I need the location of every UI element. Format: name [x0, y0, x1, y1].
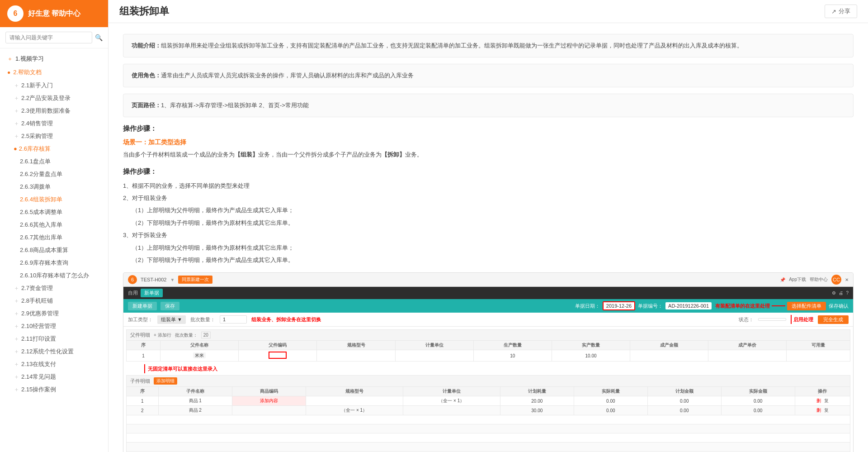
search-button[interactable]: 🔍	[95, 34, 103, 41]
sidebar-item-costrecalc[interactable]: 2.6.8商品成本重算	[0, 244, 108, 257]
share-button[interactable]: ↗ 分享	[825, 5, 857, 18]
sidebar-item-settings[interactable]: ＋2.12系统个性化设置	[0, 345, 108, 358]
lcol-seq: 序	[127, 387, 159, 396]
path-text: 1、库存核算->库存管理->组装拆卸单 2、首页->常用功能	[161, 102, 309, 109]
nav-item-newdoc: 新单据	[141, 289, 163, 297]
sidebar-item-inventory[interactable]: ●2.6库存核算	[0, 143, 108, 155]
col-unit: 计量单位	[395, 341, 473, 350]
sidebar-item-stockledger[interactable]: 2.6.9库存账本查询	[0, 257, 108, 269]
btn-confirm[interactable]: 保存确认	[829, 303, 849, 309]
lower-table-empty-row	[127, 433, 850, 442]
ops-title: 操作步骤：	[123, 124, 854, 133]
step3: 3、对于拆装业务	[123, 230, 854, 240]
sidebar-item-inbound[interactable]: 2.6.6其他入库单	[0, 219, 108, 231]
intro-text: 组装拆卸单用来处理企业组装或拆卸等加工业务，支持有固定装配清单的产品加工业务，也…	[161, 42, 743, 49]
sidebar-item-cases[interactable]: ＋2.15操作案例	[0, 383, 108, 396]
nav-item-print: 🖨	[839, 290, 843, 295]
lower-table-title: 子件明细	[130, 378, 150, 385]
btn-confirm2[interactable]: 完全生成	[818, 315, 849, 324]
app-icon1: 📌	[780, 277, 785, 282]
sidebar-item-costadj[interactable]: 2.6.5成本调整单	[0, 206, 108, 219]
plus-icon: ＋	[14, 335, 19, 342]
del-row-btn2[interactable]: 删	[816, 408, 821, 413]
sidebar-item-partialstock[interactable]: 2.6.2分量盘点单	[0, 168, 108, 181]
role-label: 使用角色：	[132, 72, 161, 79]
search-box: 🔍	[0, 27, 108, 48]
sidebar-item-assembly[interactable]: 2.6.4组装拆卸单	[0, 193, 108, 206]
sidebar-item-faq[interactable]: ＋2.14常见问题	[0, 371, 108, 383]
form-qty-value: 1	[220, 315, 247, 324]
sidebar-header: 6 好生意 帮助中心	[0, 0, 108, 27]
btn-save[interactable]: 保存	[160, 302, 179, 310]
lcol-plan-amount: 计划金额	[647, 387, 721, 396]
add-row-btn[interactable]: + 添加行	[154, 332, 171, 338]
col-actual-qty: 实产数量	[552, 341, 630, 350]
sidebar-item-outbound[interactable]: 2.6.7其他出库单	[0, 231, 108, 244]
upper-table-qty-val: 20	[201, 332, 211, 338]
sidebar-item-newuser[interactable]: ＋2.1新手入门	[0, 79, 108, 92]
add-child-btn[interactable]: 添加明细	[154, 377, 177, 385]
sidebar-item-transfer[interactable]: 2.6.3调拨单	[0, 181, 108, 193]
copy-row-btn[interactable]: 复	[824, 398, 829, 403]
nav-item-settings: ⚙	[832, 290, 836, 295]
lcol-actual-qty: 实际耗量	[574, 387, 647, 396]
cell-avail	[787, 350, 850, 362]
lcol-spec: 规格型号	[306, 387, 403, 396]
col-parent-code: 父件编码	[239, 341, 317, 350]
path-label: 页面路径：	[132, 102, 161, 109]
sidebar: 6 好生意 帮助中心 🔍 ＋ 1.视频学习 ● 2.帮助文档 ＋2.1新手入门 …	[0, 0, 108, 452]
logo-text: 好生意 帮助中心	[28, 9, 80, 19]
plus-icon: ＋	[14, 95, 19, 101]
del-row-btn[interactable]: 删	[816, 398, 821, 403]
copy-row-btn2[interactable]: 复	[824, 408, 829, 413]
cell-unit	[395, 350, 473, 362]
lcol-ops: 操作	[795, 387, 850, 396]
plus-icon: ＋	[14, 285, 19, 291]
intro-label: 功能介绍：	[132, 42, 161, 49]
search-input[interactable]	[5, 32, 92, 43]
close-icon: ✕	[845, 277, 849, 282]
sidebar-item-ops[interactable]: ＋2.10经营管理	[0, 320, 108, 333]
cell-prod-qty: 10	[473, 350, 552, 362]
sidebar-group-label: 1.视频学习	[15, 55, 44, 63]
app-subtitle: ▼	[170, 277, 175, 282]
sidebar-item-print[interactable]: ＋2.11打印设置	[0, 333, 108, 345]
lcol-item-code: 商品编码	[232, 387, 306, 396]
path-block: 页面路径：1、库存核算->库存管理->组装拆卸单 2、首页->常用功能	[123, 94, 854, 117]
sidebar-item-video[interactable]: ＋ 1.视频学习	[0, 52, 108, 66]
sidebar-group-label: 2.帮助文档	[13, 68, 42, 76]
tables-area: 父件明细 + 添加行 批次数量： 20 序 父件名称 父件编码 规格型号	[123, 327, 853, 452]
sidebar-item-helpdoc[interactable]: ● 2.帮助文档	[0, 66, 108, 79]
sidebar-item-dataprep[interactable]: ＋2.3使用前数据准备	[0, 105, 108, 117]
scene-title: 场景一：加工类型选择	[123, 138, 854, 147]
lower-table-row: 2 商品 2 （全一 × 1） 30.00 0.00 0.00 0.00	[127, 406, 850, 415]
btn-bom[interactable]: 选择配件清单	[787, 302, 826, 310]
step3-2: （2）下部明细为子件明细，最终作为产成品生成其它入库单。	[123, 255, 854, 265]
col-available: 可用量	[787, 341, 850, 350]
btn-new[interactable]: 新建单据	[128, 302, 157, 310]
upper-table: 序 父件名称 父件编码 规格型号 计量单位 生产数量 实产数量 成产金额 成产单…	[126, 340, 850, 362]
sidebar-item-mobile[interactable]: ＋2.8手机旺铺	[0, 295, 108, 307]
col-seq: 序	[127, 341, 160, 350]
sidebar-item-purchase[interactable]: ＋2.5采购管理	[0, 130, 108, 143]
form-type-value[interactable]: 组装单 ▼	[157, 315, 186, 324]
annot4-label: 启用处理	[793, 316, 813, 323]
col-parent-name: 父件名称	[160, 341, 239, 350]
step2-1: （1）上部明细为父件明细，最终作为产成品生成其它入库单；	[123, 205, 854, 215]
app-apptrade: App下载	[789, 276, 806, 283]
intro-block: 功能介绍：组装拆卸单用来处理企业组装或拆卸等加工业务，支持有固定装配清单的产品加…	[123, 34, 854, 57]
app-help: 帮助中心	[810, 276, 828, 283]
sidebar-item-stockerror[interactable]: 2.6.10库存账本错了怎么办	[0, 269, 108, 282]
plus-icon: ＋	[14, 373, 19, 380]
sidebar-item-install[interactable]: ＋2.2产品安装及登录	[0, 92, 108, 105]
minus-icon: ●	[14, 145, 17, 152]
sidebar-item-sales[interactable]: ＋2.4销售管理	[0, 117, 108, 130]
sidebar-item-coupon[interactable]: ＋2.9优惠券管理	[0, 307, 108, 320]
annot1-line	[772, 305, 785, 306]
col-spec: 规格型号	[317, 341, 395, 350]
plus-icon: ＋	[14, 310, 19, 317]
role-block: 使用角色：通常由生产人员或库管人员完成拆装业务的操作，库管人员确认原材料的出库和…	[123, 64, 854, 87]
sidebar-item-finance[interactable]: ＋2.7资金管理	[0, 282, 108, 295]
sidebar-item-stocktake[interactable]: 2.6.1盘点单	[0, 155, 108, 168]
sidebar-item-payment[interactable]: ＋2.13在线支付	[0, 358, 108, 371]
